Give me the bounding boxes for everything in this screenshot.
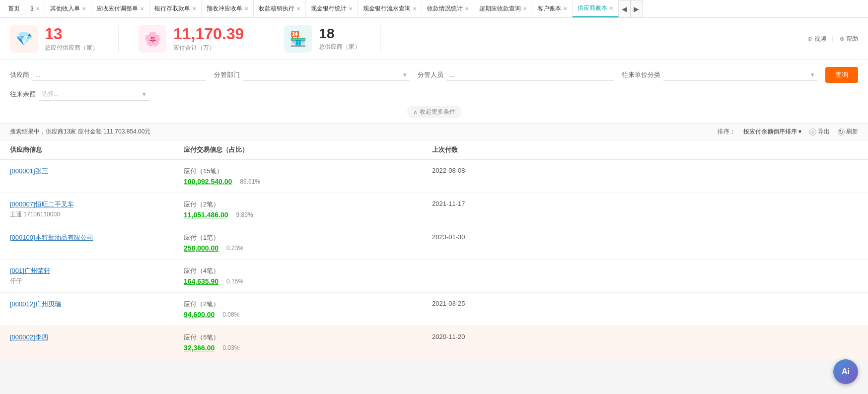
- filter-person-label: 分管人员: [418, 70, 443, 79]
- tx-row-4: 94,600.00 0.08%: [184, 311, 432, 319]
- header-help-btn[interactable]: ⊙ 帮助: [840, 35, 858, 43]
- filter-row-2: 往来余额 选择... ▾: [10, 88, 858, 101]
- stat-label-total-suppliers: 总供应商（家）: [319, 43, 361, 51]
- filter-area: 供应商 分管部门 ▾ 分管人员 往来单位分类 ▾ 查询 往来余额 选择... ▾: [0, 60, 868, 124]
- stat-label-payable-suppliers: 总应付供应商（家）: [45, 44, 98, 52]
- nav-tab-collection-close[interactable]: ✕: [296, 6, 300, 11]
- nav-tab-income-label: 其他收入单: [50, 4, 80, 13]
- nav-tab-supplier[interactable]: 供应商账本 ✕: [573, 0, 619, 17]
- nav-tab-home[interactable]: 首页: [3, 0, 25, 17]
- nav-tab-collection-label: 收款核销执行: [259, 4, 294, 13]
- supplier-link-2[interactable]: [000100]本特勤油品有限公司: [10, 233, 184, 242]
- col-header-lastpay: 上次付数: [432, 145, 858, 154]
- filter-category-select[interactable]: ▾: [663, 69, 818, 81]
- col-header-transaction: 应付交易信息（占比）: [184, 145, 432, 154]
- row-transaction-4: 应付（2笔） 94,600.00 0.08%: [184, 300, 432, 319]
- nav-tab-customer-close[interactable]: ✕: [563, 6, 567, 11]
- tx-amount-5[interactable]: 32,366.00: [184, 344, 215, 352]
- results-summary: 搜索结果中，供应商13家 应付金额 111,703,854.00元: [10, 128, 150, 136]
- stat-info-payable-total: 11,170.39 应付合计（万）: [173, 25, 244, 52]
- tx-amount-1[interactable]: 11,051,486.00: [184, 211, 228, 219]
- tx-pct-0: 89.61%: [240, 178, 260, 185]
- data-table: 供应商信息 应付交易信息（占比） 上次付数 [000001]张三 应付（15笔）…: [0, 140, 868, 359]
- row-lastpay-4: 2021-03-25: [432, 300, 858, 307]
- results-bar: 搜索结果中，供应商13家 应付金额 111,703,854.00元 排序： 按应…: [0, 124, 868, 140]
- tx-amount-4[interactable]: 94,600.00: [184, 311, 215, 319]
- header-video-btn[interactable]: ⊙ 视频: [807, 35, 826, 43]
- nav-tab-customer[interactable]: 客户账本 ✕: [532, 0, 573, 17]
- nav-prev-arrow[interactable]: ◀: [619, 0, 631, 17]
- filter-balance-select[interactable]: 选择... ▾: [39, 88, 149, 101]
- refresh-button[interactable]: ↻ 刷新: [838, 128, 858, 136]
- nav-tab-cash-flow[interactable]: 现金银行流水查询 ✕: [358, 0, 422, 17]
- row-transaction-0: 应付（15笔） 100,092,540.00 89.61%: [184, 167, 432, 186]
- row-transaction-3: 应付（4笔） 164,635.90 0.15%: [184, 266, 432, 285]
- filter-balance-placeholder: 选择...: [42, 90, 59, 98]
- supplier-link-4[interactable]: [000012]广州贝瑞: [10, 300, 184, 309]
- nav-tab-3[interactable]: 3 ✕: [25, 0, 45, 17]
- stat-label-payable-total: 应付合计（万）: [173, 44, 244, 52]
- nav-tab-bank-close[interactable]: ✕: [192, 6, 196, 11]
- sort-value[interactable]: 按应付余额倒序排序 ▾: [743, 128, 801, 136]
- query-button[interactable]: 查询: [825, 67, 858, 83]
- nav-tab-adjustment-close[interactable]: ✕: [140, 6, 144, 11]
- filter-balance: 往来余额 选择... ▾: [10, 88, 149, 101]
- filter-dept-select[interactable]: ▾: [243, 69, 410, 81]
- tx-label-2: 应付（1笔）: [184, 233, 432, 242]
- header-actions: ⊙ 视频 | ⊙ 帮助: [807, 35, 858, 43]
- stat-number-payable-total: 11,170.39: [173, 25, 244, 43]
- nav-tab-cash-flow-close[interactable]: ✕: [413, 6, 417, 11]
- filter-supplier: 供应商: [10, 69, 206, 81]
- nav-tab-collection[interactable]: 收款核销执行 ✕: [254, 0, 306, 17]
- nav-tab-income-close[interactable]: ✕: [82, 6, 86, 11]
- nav-next-arrow[interactable]: ▶: [631, 0, 643, 17]
- filter-person-input[interactable]: [446, 69, 614, 81]
- nav-tab-collection-stat-close[interactable]: ✕: [465, 6, 469, 11]
- nav-tab-customer-label: 客户账本: [537, 4, 561, 13]
- tx-label-3: 应付（4笔）: [184, 266, 432, 275]
- tx-pct-4: 0.08%: [222, 311, 239, 318]
- last-pay-date-1: 2021-11-17: [432, 200, 465, 207]
- nav-tab-overdue-close[interactable]: ✕: [523, 6, 527, 11]
- export-icon: ○: [809, 129, 816, 135]
- supplier-link-3[interactable]: [001]广州荣轩: [10, 266, 184, 275]
- nav-tab-advance[interactable]: 预收冲应收单 ✕: [202, 0, 254, 17]
- nav-tab-3-close[interactable]: ✕: [36, 6, 40, 11]
- nav-tab-bank[interactable]: 银行存取款单 ✕: [149, 0, 202, 17]
- nav-tab-3-label: 3: [30, 5, 34, 12]
- supplier-link-5[interactable]: [000002]李四: [10, 333, 184, 342]
- nav-tab-adjustment[interactable]: 应收应付调整单 ✕: [91, 0, 149, 17]
- filter-dept: 分管部门 ▾: [214, 69, 410, 81]
- refresh-icon: ↻: [838, 129, 845, 135]
- collapse-button[interactable]: ∧ 收起更多条件: [407, 106, 461, 118]
- row-supplier-1: [000007]恒旺二手叉车 王通 17106110000: [10, 200, 184, 219]
- nav-tab-overdue[interactable]: 超期应收款查询 ✕: [474, 0, 532, 17]
- nav-tab-income[interactable]: 其他收入单 ✕: [45, 0, 91, 17]
- stat-block-payable-suppliers: 💎 13 总应付供应商（家）: [10, 25, 119, 53]
- supplier-link-1[interactable]: [000007]恒旺二手叉车: [10, 200, 184, 209]
- stats-header: 💎 13 总应付供应商（家） 🌸 11,170.39 应付合计（万） 🏪 18 …: [0, 18, 868, 60]
- tx-pct-2: 0.23%: [226, 245, 243, 252]
- tx-label-1: 应付（2笔）: [184, 200, 432, 209]
- table-row: [000100]本特勤油品有限公司 应付（1笔） 258,000.00 0.23…: [0, 226, 868, 260]
- table-row: [000007]恒旺二手叉车 王通 17106110000 应付（2笔） 11,…: [0, 193, 868, 226]
- nav-tab-advance-label: 预收冲应收单: [207, 4, 242, 13]
- tx-pct-1: 9.89%: [236, 211, 253, 218]
- supplier-sub-1: 王通 17106110000: [10, 210, 184, 219]
- tx-amount-0[interactable]: 100,092,540.00: [184, 178, 232, 186]
- export-button[interactable]: ○ 导出: [809, 128, 830, 136]
- row-lastpay-0: 2022-08-08: [432, 167, 858, 174]
- tx-amount-3[interactable]: 164,635.90: [184, 277, 218, 285]
- filter-supplier-input[interactable]: [32, 69, 206, 81]
- supplier-link-0[interactable]: [000001]张三: [10, 167, 184, 176]
- last-pay-date-4: 2021-03-25: [432, 300, 465, 307]
- nav-tab-advance-close[interactable]: ✕: [244, 6, 248, 11]
- nav-tab-cash-stat[interactable]: 现金银行统计 ✕: [306, 0, 358, 17]
- nav-tab-supplier-close[interactable]: ✕: [609, 5, 613, 11]
- stat-block-total-suppliers: 🏪 18 总供应商（家）: [284, 25, 381, 53]
- nav-tab-collection-stat[interactable]: 收款情况统计 ✕: [422, 0, 474, 17]
- row-lastpay-1: 2021-11-17: [432, 200, 858, 207]
- nav-tab-cash-stat-close[interactable]: ✕: [349, 6, 353, 11]
- tx-amount-2[interactable]: 258,000.00: [184, 244, 218, 252]
- filter-row-1: 供应商 分管部门 ▾ 分管人员 往来单位分类 ▾ 查询: [10, 67, 858, 83]
